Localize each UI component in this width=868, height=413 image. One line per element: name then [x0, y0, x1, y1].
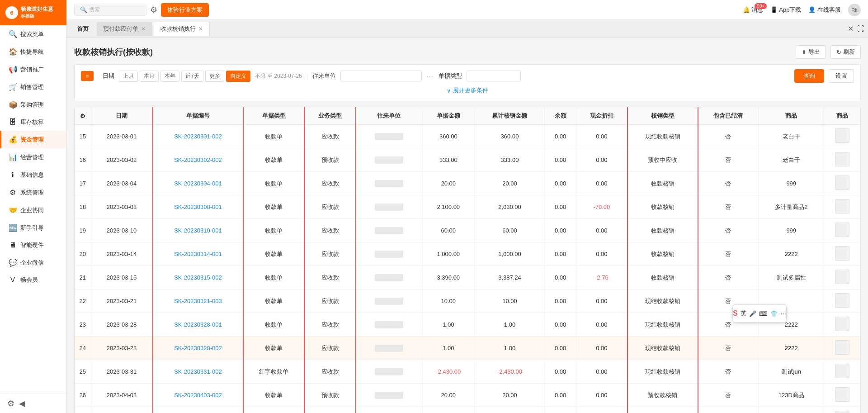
table-row: 19 2023-03-10 SK-20230310-001 收款单 应收款 ██… [75, 219, 860, 242]
voucher-link[interactable]: SK-20230304-001 [174, 180, 222, 187]
cell-include-settled: 否 [698, 242, 759, 266]
voucher-link[interactable]: SK-20230321-003 [174, 298, 222, 304]
page-title: 收款核销执行(按收款) [74, 47, 153, 57]
voucher-link[interactable]: SK-20230403-002 [174, 392, 222, 399]
column-settings-icon[interactable]: ⚙ [80, 113, 85, 119]
cell-cash-discount: -2.76 [576, 266, 627, 290]
sidebar-item-finance[interactable]: 💰资金管理 [0, 131, 66, 148]
message-button[interactable]: 🔔 消息 99+ [743, 6, 764, 14]
online-service-button[interactable]: 👤 在线客服 [808, 6, 841, 14]
cell-amount: 360.00 [422, 125, 475, 148]
cell-goods-img [824, 290, 860, 313]
cell-writeoff-amount: 20.00 [475, 172, 544, 195]
filter-custom[interactable]: 自定义 [226, 71, 250, 82]
filter-this-year[interactable]: 本年 [160, 71, 179, 82]
tab-receivable[interactable]: 预付款应付单 ✕ [97, 22, 152, 36]
sidebar-item-search[interactable]: 🔍搜索菜单 [0, 25, 66, 43]
data-table: ⚙ 日期 单据编号 单据类型 业务类型 往来单位 单据金额 累计核销金额 余额 … [75, 107, 860, 413]
tab-receivable-close[interactable]: ✕ [141, 26, 146, 32]
filter-more[interactable]: 更多 [205, 71, 224, 82]
cell-include-settled: 否 [698, 360, 759, 384]
tab-expand-icon[interactable]: ⛶ [857, 25, 864, 33]
cell-goods-img [824, 148, 860, 172]
filter-7days[interactable]: 近7天 [181, 71, 203, 82]
collapse-icon[interactable]: ◀ [19, 399, 25, 408]
cell-voucher-no: SK-20230328-001 [153, 313, 244, 337]
gear-icon[interactable]: ⚙ [150, 5, 157, 15]
tab-close-all-icon[interactable]: ✕ [848, 24, 854, 33]
sidebar-item-enterprise[interactable]: 🤝企业协同 [0, 201, 66, 219]
cell-goods: 多计量商品2 [759, 195, 824, 219]
th-settings[interactable]: ⚙ [75, 107, 91, 125]
sidebar-item-weixin[interactable]: 💬企业微信 [0, 254, 66, 271]
cell-no: 15 [75, 125, 91, 148]
voucher-link[interactable]: SK-20230301-002 [174, 133, 222, 140]
expand-more-button[interactable]: ∨ 展开更多条件 [443, 85, 492, 96]
cell-goods: 123D商品 [759, 384, 824, 407]
cell-writeoff-type: 预收中应收 [627, 148, 698, 172]
filter-last-month[interactable]: 上月 [119, 71, 138, 82]
filter-voucher-type-select[interactable] [467, 71, 521, 81]
sidebar-item-member[interactable]: V畅会员 [0, 271, 66, 289]
voucher-link[interactable]: SK-20230302-002 [174, 157, 222, 163]
topbar-search[interactable]: 🔍 搜索 [74, 4, 146, 16]
filter-settings-button[interactable]: 设置 [829, 69, 854, 83]
table-row: 26 2023-04-03 SK-20230403-002 收款单 预收款 ██… [75, 384, 860, 407]
sidebar-item-basic[interactable]: ℹ基础信息 [0, 166, 66, 184]
solution-button[interactable]: 体验行业方案 [161, 3, 209, 17]
cell-cash-discount: 0.00 [576, 125, 627, 148]
export-button[interactable]: ⬆ 导出 [796, 45, 826, 59]
sidebar-item-system[interactable]: ⚙系统管理 [0, 184, 66, 201]
app-download-button[interactable]: 📱 App下载 [770, 6, 801, 14]
nav-label-system: 系统管理 [20, 189, 44, 197]
voucher-link[interactable]: SK-20230310-001 [174, 227, 222, 234]
nav-label-sales: 销售管理 [20, 83, 44, 91]
tab-writeoff-close[interactable]: ✕ [198, 26, 203, 32]
voucher-link[interactable]: SK-20230328-002 [174, 345, 222, 351]
cell-no: 16 [75, 148, 91, 172]
cell-goods: 2222 [759, 242, 824, 266]
cell-biz-type: 应收款 [304, 313, 356, 337]
sidebar-item-guide[interactable]: 🆕新手引导 [0, 219, 66, 237]
cell-goods: 老白干 [759, 125, 824, 148]
table-body: 15 2023-03-01 SK-20230301-002 收款单 应收款 ██… [75, 125, 860, 413]
cell-goods-img [824, 195, 860, 219]
table-row: 18 2023-03-08 SK-20230308-001 收款单 应收款 ██… [75, 195, 860, 219]
cell-no: 17 [75, 172, 91, 195]
data-table-wrap: ⚙ 日期 单据编号 单据类型 业务类型 往来单位 单据金额 累计核销金额 余额 … [74, 107, 861, 413]
voucher-link[interactable]: SK-20230314-001 [174, 251, 222, 257]
cell-biz-type: 应收款 [304, 195, 356, 219]
sidebar-item-hardware[interactable]: 🖥智能硬件 [0, 237, 66, 254]
message-badge: 99+ [755, 3, 767, 9]
tab-home-label: 首页 [77, 25, 89, 33]
sidebar-item-shortcut[interactable]: 🏠快捷导航 [0, 43, 66, 61]
cell-goods-img [824, 360, 860, 384]
voucher-link[interactable]: SK-20230315-002 [174, 274, 222, 281]
filter-this-month[interactable]: 本月 [140, 71, 159, 82]
cell-include-settled: 否 [698, 125, 759, 148]
sidebar-item-sales[interactable]: 🛒销售管理 [0, 78, 66, 96]
settings-icon[interactable]: ⚙ [7, 399, 14, 408]
refresh-button[interactable]: ↻ 刷新 [830, 45, 861, 59]
filter-toggle[interactable]: » [81, 71, 94, 81]
table-row: 24 2023-03-28 SK-20230328-002 收款单 应收款 ██… [75, 337, 860, 360]
sidebar-item-operations[interactable]: 📊经营管理 [0, 148, 66, 166]
filter-counterpart-input[interactable] [340, 71, 422, 81]
sidebar-item-marketing[interactable]: 📢营销推广 [0, 61, 66, 78]
filter-row-1: » 日期 上月 本月 本年 近7天 更多 自定义 不限 至 2023-07-26… [81, 69, 854, 83]
cell-date: 2023-03-04 [91, 172, 153, 195]
tab-writeoff[interactable]: 收款核销执行 ✕ [154, 22, 210, 36]
cell-no: 26 [75, 384, 91, 407]
cell-no: 19 [75, 219, 91, 242]
member-icon: V [9, 276, 17, 284]
voucher-link[interactable]: SK-20230308-001 [174, 204, 222, 210]
query-button[interactable]: 查询 [794, 69, 824, 83]
avatar[interactable]: Rit [848, 4, 861, 16]
tab-home[interactable]: 首页 [71, 22, 95, 36]
sidebar-item-inventory[interactable]: 🗄库存核算 [0, 114, 66, 131]
voucher-link[interactable]: SK-20230328-001 [174, 321, 222, 328]
table-row: 16 2023-03-02 SK-20230302-002 收款单 预收款 ██… [75, 148, 860, 172]
sidebar-item-purchase[interactable]: 📦采购管理 [0, 96, 66, 114]
voucher-link[interactable]: SK-20230331-002 [174, 368, 222, 375]
cell-goods: 老白干 [759, 148, 824, 172]
